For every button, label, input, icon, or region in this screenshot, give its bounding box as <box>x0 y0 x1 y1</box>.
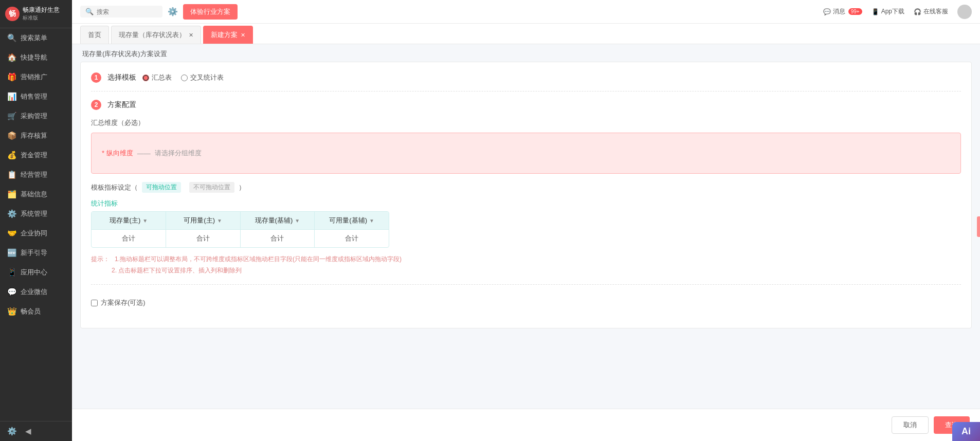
tab-home-label: 首页 <box>88 30 101 40</box>
scroll-hint <box>977 216 980 237</box>
tips-section: 提示： 1.拖动标题栏可以调整布局，不可跨维度或指标区域拖动栏目字段(只能在同一… <box>91 254 961 276</box>
tips-2: 2. 点击标题栏下拉可设置排序、插入列和删除列 <box>91 265 961 277</box>
sidebar-item-search[interactable]: 🔍 搜索菜单 <box>0 28 72 48</box>
tab-new-schema[interactable]: 新建方案 ✕ <box>203 26 253 44</box>
stats-table-header: 现存量(主) ▼ 可用量(主) ▼ 现存量(基辅) ▼ 可用量(基辅) <box>92 212 389 229</box>
radio-cross-label: 交叉统计表 <box>190 73 224 82</box>
sidebar-item-inventory[interactable]: 📦 库存核算 <box>0 126 72 145</box>
phone-icon: 📱 <box>7 268 16 277</box>
stats-cell-2: 合计 <box>241 229 315 247</box>
indicator-label: 模板指标设定（ 可拖动位置 不可拖动位置 ） <box>91 182 961 193</box>
dimension-required: * 纵向维度 <box>102 149 133 158</box>
save-option-checkbox[interactable] <box>91 300 98 306</box>
tab-home[interactable]: 首页 <box>80 26 109 44</box>
stats-col-3[interactable]: 可用量(基辅) ▼ <box>315 212 389 229</box>
app-download-item[interactable]: 📱 App下载 <box>872 7 904 16</box>
col-2-chevron: ▼ <box>295 218 300 224</box>
draggable-tag: 可拖动位置 <box>142 182 181 193</box>
online-service-item[interactable]: 🎧 在线客服 <box>914 7 948 16</box>
stats-col-0[interactable]: 现存量(主) ▼ <box>92 212 166 229</box>
stats-col-1-label: 可用量(主) <box>184 216 215 225</box>
crown-icon: 👑 <box>7 307 16 316</box>
tab-inventory-status[interactable]: 现存量（库存状况表） ✕ <box>111 26 201 44</box>
app-name: 畅康通好生意 <box>23 6 60 14</box>
step2-row: 2 方案配置 <box>91 100 961 110</box>
sidebar-label-marketing: 营销推广 <box>21 72 47 82</box>
radio-cross-input[interactable] <box>181 75 188 81</box>
radio-summary-input[interactable] <box>142 75 149 81</box>
step2-section: 2 方案配置 汇总维度（必选） * 纵向维度 —— 请选择分组维度 <box>91 100 961 276</box>
sidebar-item-member[interactable]: 👑 畅会员 <box>0 302 72 321</box>
notification-badge: 99+ <box>848 8 862 15</box>
ai-badge[interactable]: Ai <box>952 422 980 441</box>
radio-summary-label: 汇总表 <box>152 73 172 82</box>
step1-title: 选择模板 <box>107 73 136 82</box>
topbar-right: 💬 消息 99+ 📱 App下载 🎧 在线客服 <box>823 5 972 19</box>
sidebar-item-basic[interactable]: 🗂️ 基础信息 <box>0 185 72 204</box>
sidebar-item-purchase[interactable]: 🛒 采购管理 <box>0 106 72 126</box>
clipboard-icon: 📋 <box>7 170 16 179</box>
collapse-icon[interactable]: ◀ <box>25 427 31 436</box>
sidebar-label-system: 系统管理 <box>21 209 47 218</box>
stats-table: 现存量(主) ▼ 可用量(主) ▼ 现存量(基辅) ▼ 可用量(基辅) <box>91 211 389 248</box>
panel-header: 现存量(库存状况表)方案设置 <box>72 44 980 62</box>
chart-icon: 📊 <box>7 92 16 101</box>
radio-summary[interactable]: 汇总表 <box>142 73 172 82</box>
sidebar-item-appstore[interactable]: 📱 应用中心 <box>0 263 72 282</box>
sidebar-item-finance[interactable]: 💰 资金管理 <box>0 145 72 165</box>
stats-col-1[interactable]: 可用量(主) ▼ <box>166 212 241 229</box>
sidebar-label-wechat: 企业微信 <box>21 287 47 297</box>
experience-btn[interactable]: 体验行业方案 <box>183 4 238 20</box>
folder-icon: 🗂️ <box>7 190 16 199</box>
online-service-label: 在线客服 <box>923 7 948 16</box>
action-bar: 取消 查询 <box>72 409 980 441</box>
save-option-label[interactable]: 方案保存(可选) <box>91 298 146 307</box>
handshake-icon: 🤝 <box>7 229 16 238</box>
step2-title: 方案配置 <box>107 100 136 109</box>
save-option-text: 方案保存(可选) <box>101 298 146 307</box>
search-input[interactable] <box>97 8 148 15</box>
sidebar-label-sales: 销售管理 <box>21 92 47 101</box>
tips-text-2: 2. 点击标题栏下拉可设置排序、插入列和删除列 <box>91 267 242 274</box>
sidebar-label-purchase: 采购管理 <box>21 112 47 121</box>
indicator-label-end: ） <box>239 183 245 192</box>
settings-icon[interactable]: ⚙️ <box>168 7 178 16</box>
sidebar-item-sales[interactable]: 📊 销售管理 <box>0 87 72 106</box>
stats-section-title: 统计指标 <box>91 199 961 208</box>
cart-icon: 🛒 <box>7 112 16 121</box>
search-box[interactable]: 🔍 <box>80 6 162 17</box>
tips-text-1: 1.拖动标题栏可以调整布局，不可跨维度或指标区域拖动栏目字段(只能在同一维度或指… <box>115 255 402 263</box>
wechat-icon: 💬 <box>7 287 16 297</box>
dimension-area[interactable]: * 纵向维度 —— 请选择分组维度 <box>91 133 961 174</box>
content-area: 现存量(库存状况表)方案设置 1 选择模板 汇总表 交叉统计表 <box>72 44 980 409</box>
stats-col-3-label: 可用量(基辅) <box>329 216 367 225</box>
app-download-label: App下载 <box>881 7 904 16</box>
dimension-separator: —— <box>137 150 151 157</box>
sidebar-item-wechat[interactable]: 💬 企业微信 <box>0 282 72 302</box>
stats-cell-0: 合计 <box>92 229 166 247</box>
sidebar-label-inventory: 库存核算 <box>21 131 47 140</box>
sidebar-item-enterprise[interactable]: 🤝 企业协同 <box>0 224 72 243</box>
settings-bottom-icon[interactable]: ⚙️ <box>7 427 17 436</box>
step2-badge: 2 <box>91 100 101 110</box>
radio-cross[interactable]: 交叉统计表 <box>181 73 224 82</box>
dimension-placeholder-text: 请选择分组维度 <box>155 149 202 158</box>
sidebar-item-shortcut[interactable]: 🏠 快捷导航 <box>0 48 72 67</box>
tab-new-schema-close[interactable]: ✕ <box>241 32 245 39</box>
sidebar-item-newbie[interactable]: 🆕 新手引导 <box>0 243 72 263</box>
sidebar-item-marketing[interactable]: 🎁 营销推广 <box>0 67 72 87</box>
stats-cell-1: 合计 <box>166 229 241 247</box>
user-avatar[interactable] <box>957 5 972 19</box>
sidebar-item-operations[interactable]: 📋 经营管理 <box>0 165 72 185</box>
sidebar-item-system[interactable]: ⚙️ 系统管理 <box>0 204 72 224</box>
tabs-bar: 首页 现存量（库存状况表） ✕ 新建方案 ✕ <box>72 24 980 44</box>
sidebar-label-appstore: 应用中心 <box>21 268 47 277</box>
col-0-chevron: ▼ <box>142 218 148 224</box>
stats-col-2[interactable]: 现存量(基辅) ▼ <box>241 212 315 229</box>
gift-icon: 🎁 <box>7 72 16 82</box>
message-icon: 💬 <box>823 8 831 15</box>
messages-item[interactable]: 💬 消息 99+ <box>823 7 862 16</box>
tab-inventory-close[interactable]: ✕ <box>189 32 193 39</box>
sidebar: 畅 畅康通好生意 标准版 🔍 搜索菜单 🏠 快捷导航 🎁 营销推广 📊 销售管理… <box>0 0 72 441</box>
cancel-button[interactable]: 取消 <box>892 416 929 434</box>
